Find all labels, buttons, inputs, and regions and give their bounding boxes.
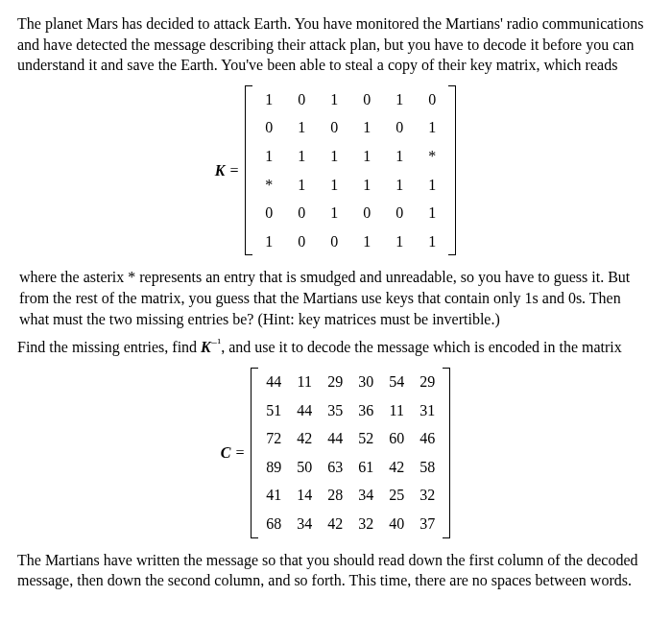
matrix-c-block: C = 441129305429 514435361131 7242445260… <box>17 368 654 538</box>
matrix-k-block: K = 101010 010101 11111* *11111 001001 1… <box>17 85 654 256</box>
table-row: 101010 <box>252 85 448 114</box>
table-row: 895063614258 <box>258 453 443 482</box>
find-text-a: Find the missing entries, find <box>17 339 201 355</box>
matrix-k-bracket: 101010 010101 11111* *11111 001001 10011… <box>245 85 456 256</box>
left-bracket-icon <box>251 368 258 538</box>
intro-paragraph: The planet Mars has decided to attack Ea… <box>17 13 654 76</box>
k-inverse-exp: −¹ <box>211 336 221 349</box>
table-row: 441129305429 <box>258 368 443 396</box>
matrix-c-bracket: 441129305429 514435361131 724244526046 8… <box>251 368 450 538</box>
matrix-k-label: K = <box>215 160 239 181</box>
asterisk-paragraph: where the asterix * represents an entry … <box>19 267 654 329</box>
table-row: 001001 <box>252 199 448 227</box>
matrix-k-var: K <box>215 162 226 179</box>
table-row: 100111 <box>252 227 448 256</box>
k-inverse-var: K <box>201 339 211 355</box>
matrix-c-eq: = <box>230 444 245 461</box>
right-bracket-icon <box>448 85 456 256</box>
table-row: 010101 <box>252 113 448 142</box>
matrix-c-var: C <box>221 444 231 461</box>
table-row: 11111* <box>252 142 448 171</box>
outro-paragraph: The Martians have written the message so… <box>17 550 654 591</box>
table-row: *11111 <box>252 171 448 200</box>
table-row: 411428342532 <box>258 481 443 510</box>
find-text-b: , and use it to decode the message which… <box>221 339 622 355</box>
matrix-k-table: 101010 010101 11111* *11111 001001 10011… <box>252 85 448 256</box>
matrix-c-label: C = <box>221 442 245 464</box>
right-bracket-icon <box>443 368 450 538</box>
table-row: 514435361131 <box>258 396 443 425</box>
find-paragraph: Find the missing entries, find K−¹, and … <box>17 335 654 358</box>
table-row: 683442324037 <box>258 510 443 538</box>
matrix-c-table: 441129305429 514435361131 724244526046 8… <box>258 368 443 538</box>
matrix-k-eq: = <box>225 162 239 179</box>
table-row: 724244526046 <box>258 424 443 453</box>
left-bracket-icon <box>245 85 252 256</box>
